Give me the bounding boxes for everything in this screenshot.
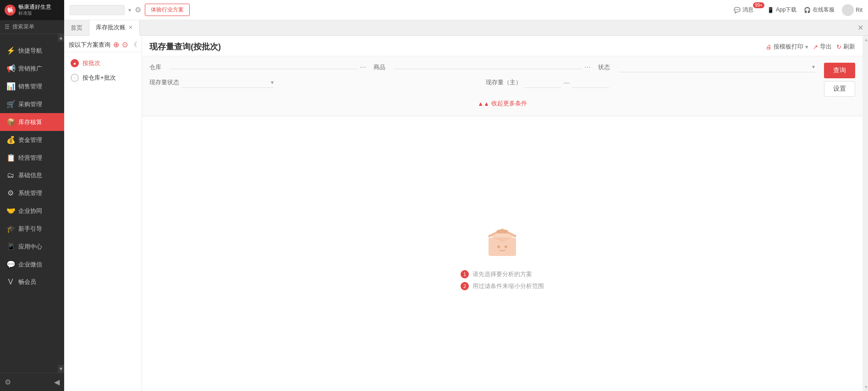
scrollbar-up-arrow[interactable]: ▲ bbox=[863, 36, 868, 43]
sidebar-item-basic[interactable]: 🗂 基础信息 bbox=[0, 167, 64, 184]
messages-action[interactable]: 💬 消息 99+ bbox=[734, 6, 760, 14]
svg-point-4 bbox=[497, 245, 500, 248]
status-select[interactable]: ▾ bbox=[619, 62, 815, 72]
export-btn[interactable]: ↗ 导出 bbox=[813, 43, 832, 51]
online-service-label: 在线客服 bbox=[813, 6, 835, 14]
app-download-label: App下载 bbox=[776, 6, 797, 14]
scrollbar-down-arrow[interactable]: ▼ bbox=[863, 383, 868, 391]
topbar-settings-icon[interactable]: ⚙ bbox=[135, 5, 141, 14]
sidebar-item-appcenter[interactable]: 📱 应用中心 bbox=[0, 238, 64, 255]
product-label: 商品 bbox=[374, 63, 392, 71]
sidebar-item-guide[interactable]: 🎓 新手引导 bbox=[0, 220, 64, 238]
stock-qty-min-input[interactable] bbox=[524, 77, 561, 88]
enterprise-icon: 🤝 bbox=[6, 206, 15, 215]
refresh-btn[interactable]: ↻ 刷新 bbox=[836, 43, 855, 51]
scheme-item-label: 按仓库+批次 bbox=[82, 74, 116, 82]
product-more-icon[interactable]: ⋯ bbox=[584, 64, 591, 71]
print-chevron-icon: ▾ bbox=[805, 43, 808, 50]
collapse-filters-btn[interactable]: ▲▲ 收起更多条件 bbox=[149, 97, 855, 110]
inventory-icon: 📦 bbox=[6, 118, 15, 126]
sidebar-item-system[interactable]: ⚙ 系统管理 bbox=[0, 184, 64, 202]
messages-label: 消息 bbox=[742, 6, 753, 14]
sidebar-item-operation[interactable]: 📋 经营管理 bbox=[0, 149, 64, 167]
sidebar-item-label: 企业协同 bbox=[18, 207, 42, 215]
topbar: ▾ ⚙ 体验行业方案 💬 消息 99+ 📱 App下载 🎧 在线客服 Rit bbox=[64, 0, 868, 20]
empty-tip-2: 2 用过滤条件来缩小分析范围 bbox=[461, 282, 544, 290]
svg-rect-3 bbox=[497, 230, 508, 234]
user-name: Rit bbox=[856, 7, 863, 13]
tab-batch-close-icon[interactable]: ✕ bbox=[128, 24, 133, 31]
right-scrollbar[interactable]: ▲ ▼ bbox=[863, 36, 868, 391]
sidebar-item-marketing[interactable]: 📢 营销推广 bbox=[0, 60, 64, 77]
trial-button[interactable]: 体验行业方案 bbox=[145, 4, 190, 16]
breadcrumb-chevron-icon: ▾ bbox=[128, 7, 131, 13]
tab-batch-label: 库存批次账 bbox=[96, 23, 126, 32]
purchase-icon: 🛒 bbox=[6, 100, 15, 109]
collapse-panel-icon[interactable]: 《 bbox=[131, 41, 137, 49]
warehouse-more-icon[interactable]: ⋯ bbox=[360, 64, 366, 71]
stock-status-filter: 现存量状态 ▾ bbox=[149, 77, 478, 88]
sidebar-item-label: 基础信息 bbox=[18, 171, 42, 179]
empty-state: 1 请先选择要分析的方案 2 用过滤条件来缩小分析范围 bbox=[142, 116, 863, 391]
scroll-up-btn[interactable]: ▲ bbox=[58, 34, 64, 42]
sidebar-item-wechat[interactable]: 💬 企业微信 bbox=[0, 255, 64, 273]
sidebar-item-member[interactable]: V 畅会员 bbox=[0, 273, 64, 291]
sidebar-brand: 畅康通好生意 标准版 bbox=[18, 4, 51, 16]
app-download-action[interactable]: 📱 App下载 bbox=[767, 6, 797, 14]
left-panel: 按以下方案查询 ⊕ ⊙ 《 ● 按批次 ○ 按仓库+批次 bbox=[64, 36, 142, 391]
stock-qty-label: 现存量（主） bbox=[486, 78, 522, 87]
tabs-close-all-icon[interactable]: ✕ bbox=[853, 23, 868, 32]
guide-icon: 🎓 bbox=[6, 224, 15, 233]
export-label: 导出 bbox=[820, 43, 832, 51]
query-button[interactable]: 查询 bbox=[824, 63, 855, 78]
settings-scheme-icon[interactable]: ⊙ bbox=[122, 40, 128, 49]
sidebar-item-purchase[interactable]: 🛒 采购管理 bbox=[0, 95, 64, 113]
svg-point-5 bbox=[505, 245, 507, 248]
collapse-label: 收起更多条件 bbox=[491, 99, 527, 108]
sidebar-item-sales[interactable]: 📊 销售管理 bbox=[0, 77, 64, 95]
filter-row-1: 仓库 ⋯ 商品 ⋯ bbox=[149, 62, 815, 72]
tip-text-1: 请先选择要分析的方案 bbox=[472, 270, 532, 278]
status-label: 状态 bbox=[598, 63, 616, 71]
breadcrumb-search-input[interactable] bbox=[70, 5, 125, 15]
left-panel-header: 按以下方案查询 ⊕ ⊙ 《 bbox=[64, 36, 142, 52]
settings-bottom-icon[interactable]: ⚙ bbox=[5, 378, 11, 386]
main-area: ▾ ⚙ 体验行业方案 💬 消息 99+ 📱 App下载 🎧 在线客服 Rit bbox=[64, 0, 868, 391]
settings-button[interactable]: 设置 bbox=[824, 81, 855, 97]
sidebar-item-shortcut[interactable]: ⚡ 快捷导航 bbox=[0, 42, 64, 60]
tab-home-label: 首页 bbox=[71, 24, 82, 32]
scheme-header-label: 按以下方案查询 bbox=[69, 41, 110, 49]
add-scheme-icon[interactable]: ⊕ bbox=[113, 40, 119, 49]
sidebar-item-label: 采购管理 bbox=[18, 100, 42, 109]
sidebar-search-item[interactable]: ☰ 搜索菜单 bbox=[0, 20, 64, 34]
tab-batch[interactable]: 库存批次账 ✕ bbox=[89, 20, 140, 36]
appcenter-icon: 📱 bbox=[6, 242, 15, 251]
stock-qty-max-input[interactable] bbox=[572, 77, 609, 88]
page-title: 现存量查询(按批次) bbox=[149, 41, 221, 52]
scheme-dot-active: ● bbox=[71, 59, 79, 67]
sidebar-item-finance[interactable]: 💰 资金管理 bbox=[0, 131, 64, 149]
online-service-action[interactable]: 🎧 在线客服 bbox=[804, 6, 835, 14]
sidebar: 畅 畅康通好生意 标准版 ☰ 搜索菜单 ▲ ⚡ 快捷导航 📢 营销推广 📊 销售… bbox=[0, 0, 64, 391]
print-btn[interactable]: 🖨 按模板打印 ▾ bbox=[766, 43, 808, 51]
shortcut-icon: ⚡ bbox=[6, 46, 15, 55]
scroll-down-btn[interactable]: ▼ bbox=[58, 365, 64, 373]
refresh-icon: ↻ bbox=[836, 43, 841, 50]
sidebar-brand-name: 畅康通好生意 bbox=[18, 4, 51, 10]
tab-home[interactable]: 首页 bbox=[64, 20, 89, 36]
scheme-item-batch[interactable]: ● 按批次 bbox=[64, 56, 142, 71]
scheme-item-warehouse-batch[interactable]: ○ 按仓库+批次 bbox=[64, 71, 142, 85]
mobile-icon: 📱 bbox=[767, 7, 774, 13]
stock-status-select[interactable]: ▾ bbox=[182, 77, 274, 88]
page-header-actions: 🖨 按模板打印 ▾ ↗ 导出 ↻ 刷新 bbox=[766, 43, 855, 51]
user-profile[interactable]: Rit bbox=[842, 4, 863, 16]
topbar-left: ▾ ⚙ 体验行业方案 bbox=[70, 4, 730, 16]
sidebar-item-enterprise[interactable]: 🤝 企业协同 bbox=[0, 202, 64, 220]
warehouse-input-area[interactable] bbox=[170, 65, 357, 69]
sidebar-bottom: ⚙ ◀ bbox=[0, 373, 64, 391]
product-input-area[interactable] bbox=[395, 65, 581, 69]
tip-num-2: 2 bbox=[461, 282, 469, 290]
sidebar-item-inventory[interactable]: 📦 库存核算 bbox=[0, 113, 64, 131]
collapse-sidebar-icon[interactable]: ◀ bbox=[54, 378, 60, 386]
sidebar-search-label: 搜索菜单 bbox=[12, 23, 34, 31]
